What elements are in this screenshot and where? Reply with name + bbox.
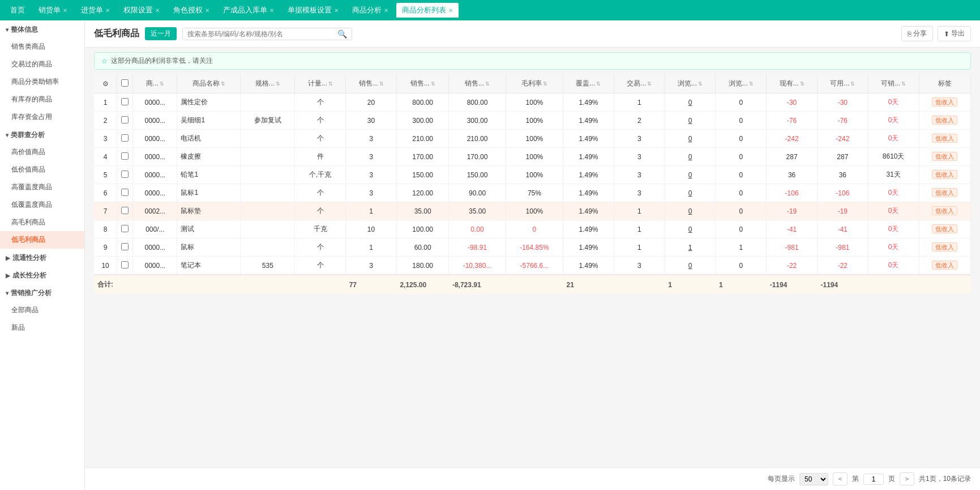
- row-browse1[interactable]: 0: [665, 184, 716, 202]
- col-tag[interactable]: 标签: [919, 74, 970, 93]
- table-row: 7 0002... 鼠标垫 个 1 35.00 35.00 100% 1.49%…: [94, 202, 971, 220]
- select-all-checkbox[interactable]: [121, 79, 129, 87]
- nav-sales-order[interactable]: 销货单✕: [33, 3, 73, 18]
- row-checkbox[interactable]: [121, 134, 129, 142]
- col-name[interactable]: 商品名称⇅: [177, 74, 241, 93]
- row-browse1[interactable]: 0: [665, 202, 716, 220]
- close-icon[interactable]: ✕: [384, 7, 388, 14]
- row-checkbox-cell[interactable]: [117, 148, 133, 166]
- col-qty[interactable]: 销售...⇅: [346, 74, 397, 93]
- nav-home[interactable]: 首页: [5, 3, 31, 18]
- row-checkbox-cell[interactable]: [117, 93, 133, 112]
- row-checkbox-cell[interactable]: [117, 166, 133, 184]
- row-browse1[interactable]: 1: [665, 238, 716, 257]
- col-trade[interactable]: 交易...⇅: [614, 74, 665, 93]
- row-checkbox-cell[interactable]: [117, 130, 133, 148]
- sidebar-item-in-stock[interactable]: 有库存的商品: [0, 91, 84, 108]
- col-sales-cost[interactable]: 销售...⇅: [449, 74, 506, 93]
- close-icon[interactable]: ✕: [334, 7, 339, 14]
- sidebar-item-new-products[interactable]: 新品: [0, 319, 84, 336]
- filter-button[interactable]: 近一月: [145, 27, 177, 40]
- close-icon[interactable]: ✕: [105, 7, 110, 14]
- row-checkbox[interactable]: [121, 225, 129, 232]
- row-browse1[interactable]: 0: [665, 148, 716, 166]
- sidebar-item-traded-products[interactable]: 交易过的商品: [0, 56, 84, 73]
- sidebar-group-overall[interactable]: ▾ 整体信息: [0, 20, 84, 38]
- nav-product-analysis[interactable]: 商品分析✕: [346, 3, 394, 18]
- prev-page-button[interactable]: ＜: [833, 472, 848, 485]
- row-checkbox-cell[interactable]: [117, 238, 133, 257]
- nav-template[interactable]: 单据模板设置✕: [282, 3, 344, 18]
- row-checkbox[interactable]: [121, 152, 129, 160]
- sidebar-item-low-value[interactable]: 低价值商品: [0, 161, 84, 178]
- row-browse2: 0: [716, 184, 767, 202]
- row-checkbox-cell[interactable]: [117, 184, 133, 202]
- nav-purchase-order[interactable]: 进货单✕: [75, 3, 115, 18]
- sidebar-group-marketing[interactable]: ▾ 营销推广分析: [0, 284, 84, 301]
- nav-role[interactable]: 角色授权✕: [168, 3, 215, 18]
- col-checkbox[interactable]: [117, 74, 133, 93]
- col-coverage[interactable]: 覆盖...⇅: [563, 74, 614, 93]
- page-header: 低毛利商品 近一月 🔍 ⎘ 分享 ⬆ 导出: [85, 20, 980, 48]
- row-unit: 个: [295, 112, 346, 130]
- col-stock[interactable]: 现有...⇅: [767, 74, 818, 93]
- close-icon[interactable]: ✕: [269, 7, 274, 14]
- row-browse1[interactable]: 0: [665, 93, 716, 112]
- row-checkbox-cell[interactable]: [117, 257, 133, 275]
- row-checkbox[interactable]: [121, 207, 129, 214]
- col-gross-margin[interactable]: 毛利率⇅: [506, 74, 563, 93]
- row-browse1[interactable]: 0: [665, 257, 716, 275]
- sidebar-item-high-margin[interactable]: 高毛利商品: [0, 214, 84, 231]
- sidebar-group-growth[interactable]: ▶ 成长性分析: [0, 266, 84, 284]
- sidebar-item-category-rate[interactable]: 商品分类助销率: [0, 73, 84, 91]
- export-button[interactable]: ⬆ 导出: [938, 26, 971, 41]
- nav-product-analysis-list[interactable]: 商品分析列表✕: [396, 3, 459, 18]
- row-stock: 36: [767, 166, 818, 184]
- row-checkbox-cell[interactable]: [117, 112, 133, 130]
- row-name: 笔记本: [177, 257, 241, 275]
- sidebar-item-high-value[interactable]: 高价值商品: [0, 143, 84, 161]
- col-available[interactable]: 可用...⇅: [817, 74, 868, 93]
- row-browse1[interactable]: 0: [665, 220, 716, 238]
- sidebar-group-liquidity[interactable]: ▶ 流通性分析: [0, 249, 84, 266]
- col-settings[interactable]: ⚙: [94, 74, 117, 93]
- col-browse2[interactable]: 浏览...⇅: [716, 74, 767, 93]
- share-button[interactable]: ⎘ 分享: [901, 26, 933, 41]
- col-unit[interactable]: 计量...⇅: [295, 74, 346, 93]
- search-input[interactable]: [187, 30, 337, 38]
- row-browse1[interactable]: 0: [665, 166, 716, 184]
- page-number-input[interactable]: [863, 474, 884, 485]
- col-code[interactable]: 商...⇅: [133, 74, 177, 93]
- per-page-select[interactable]: 20 50 100: [799, 473, 828, 485]
- row-checkbox[interactable]: [121, 171, 129, 178]
- sidebar-item-capital[interactable]: 库存资金占用: [0, 108, 84, 126]
- sidebar-item-all-products[interactable]: 全部商品: [0, 301, 84, 319]
- sidebar-item-high-coverage[interactable]: 高覆盖度商品: [0, 178, 84, 196]
- col-sellable[interactable]: 可销...⇅: [868, 74, 919, 93]
- sidebar-group-cluster[interactable]: ▾ 类群查分析: [0, 126, 84, 143]
- row-settings: 10: [94, 257, 117, 275]
- row-checkbox[interactable]: [121, 261, 129, 269]
- row-checkbox[interactable]: [121, 116, 129, 123]
- close-icon[interactable]: ✕: [63, 7, 67, 14]
- close-icon[interactable]: ✕: [155, 7, 160, 14]
- sidebar-item-low-margin[interactable]: 低毛利商品: [0, 231, 84, 249]
- row-browse1[interactable]: 0: [665, 130, 716, 148]
- col-sales-amt[interactable]: 销售...⇅: [396, 74, 448, 93]
- nav-permission[interactable]: 权限设置✕: [118, 3, 165, 18]
- row-browse1[interactable]: 0: [665, 112, 716, 130]
- row-unit: 千克: [295, 220, 346, 238]
- row-checkbox-cell[interactable]: [117, 202, 133, 220]
- nav-product-inbound[interactable]: 产成品入库单✕: [217, 3, 280, 18]
- row-checkbox[interactable]: [121, 243, 129, 250]
- row-checkbox[interactable]: [121, 98, 129, 105]
- row-checkbox-cell[interactable]: [117, 220, 133, 238]
- row-checkbox[interactable]: [121, 189, 129, 196]
- col-spec[interactable]: 规格...⇅: [241, 74, 295, 93]
- close-icon[interactable]: ✕: [448, 7, 453, 14]
- sidebar-item-low-coverage[interactable]: 低覆盖度商品: [0, 196, 84, 214]
- col-browse1[interactable]: 浏览...⇅: [665, 74, 716, 93]
- close-icon[interactable]: ✕: [205, 7, 209, 14]
- sidebar-item-sales-products[interactable]: 销售类商品: [0, 38, 84, 56]
- next-page-button[interactable]: ＞: [900, 472, 914, 485]
